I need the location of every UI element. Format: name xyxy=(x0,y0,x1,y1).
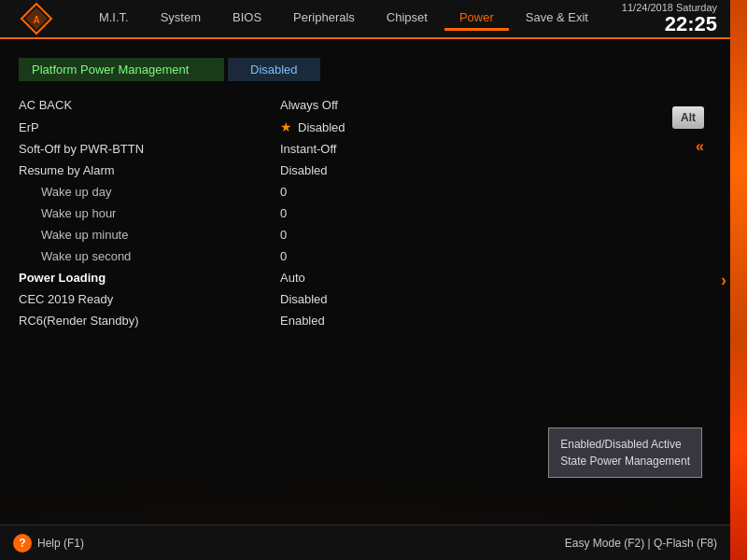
setting-row[interactable]: Soft-Off by PWR-BTTNInstant-Off xyxy=(19,138,712,160)
double-arrow-icon[interactable]: « xyxy=(696,138,704,155)
setting-value: 0 xyxy=(280,249,287,263)
setting-value: Auto xyxy=(280,271,305,285)
setting-name: Wake up day xyxy=(19,185,280,199)
tab-chipset[interactable]: Chipset xyxy=(372,7,443,31)
section-header: Platform Power Management Disabled xyxy=(19,58,712,81)
right-bar xyxy=(730,0,747,560)
setting-name: Wake up hour xyxy=(19,206,280,220)
alt-button[interactable]: Alt xyxy=(672,106,704,129)
setting-row[interactable]: Resume by AlarmDisabled xyxy=(19,160,712,181)
time-display: 22:25 xyxy=(622,13,717,35)
footer-help: ? Help (F1) xyxy=(13,534,84,553)
setting-name: Power Loading xyxy=(19,271,280,285)
setting-row[interactable]: RC6(Render Standby)Enabled xyxy=(19,310,712,331)
section-value: Disabled xyxy=(228,58,320,81)
tab-power[interactable]: Power xyxy=(444,7,509,31)
main-content: Platform Power Management Disabled AC BA… xyxy=(0,41,730,525)
setting-value: Instant-Off xyxy=(280,142,336,156)
setting-row[interactable]: ErP★Disabled xyxy=(19,116,712,138)
tab-save-exit[interactable]: Save & Exit xyxy=(511,7,603,31)
setting-value: 0 xyxy=(280,185,287,199)
setting-row[interactable]: AC BACKAlways Off xyxy=(19,94,712,116)
logo-area: A xyxy=(0,2,65,35)
tab-system[interactable]: System xyxy=(146,7,216,31)
setting-value: Always Off xyxy=(280,98,338,112)
help-label: Help (F1) xyxy=(37,537,84,550)
setting-value: Enabled xyxy=(280,314,325,328)
aorus-logo: A xyxy=(20,2,53,35)
setting-value: Disabled xyxy=(280,292,328,306)
chevron-right-icon[interactable]: › xyxy=(721,271,726,290)
nav-tabs: M.I.T. System BIOS Peripherals Chipset P… xyxy=(65,7,622,31)
setting-row[interactable]: CEC 2019 ReadyDisabled xyxy=(19,288,712,310)
setting-row[interactable]: Power LoadingAuto xyxy=(19,267,712,288)
info-line2: State Power Management xyxy=(560,455,690,468)
setting-name: Wake up second xyxy=(19,249,280,263)
header: A M.I.T. System BIOS Peripherals Chipset… xyxy=(0,0,730,39)
help-circle-icon: ? xyxy=(13,534,32,553)
datetime: 11/24/2018 Saturday 22:25 xyxy=(622,2,730,35)
footer: ? Help (F1) Easy Mode (F2) | Q-Flash (F8… xyxy=(0,525,730,560)
tab-bios[interactable]: BIOS xyxy=(218,7,276,31)
setting-name: ErP xyxy=(19,120,280,134)
tab-peripherals[interactable]: Peripherals xyxy=(278,7,370,31)
setting-value: ★Disabled xyxy=(280,119,345,134)
tab-mit[interactable]: M.I.T. xyxy=(84,7,144,31)
setting-row[interactable]: Wake up minute0 xyxy=(19,224,712,245)
info-line1: Enabled/Disabled Active xyxy=(560,438,681,451)
setting-name: Resume by Alarm xyxy=(19,163,280,177)
section-label: Platform Power Management xyxy=(19,58,224,81)
setting-row[interactable]: Wake up day0 xyxy=(19,181,712,203)
settings-area: AC BACKAlways OffErP★DisabledSoft-Off by… xyxy=(0,94,730,331)
setting-name: RC6(Render Standby) xyxy=(19,314,280,328)
footer-shortcuts: Easy Mode (F2) | Q-Flash (F8) xyxy=(565,537,717,550)
setting-name: Wake up minute xyxy=(19,228,280,242)
setting-name: Soft-Off by PWR-BTTN xyxy=(19,142,280,156)
setting-name: AC BACK xyxy=(19,98,280,112)
setting-value: 0 xyxy=(280,228,287,242)
setting-row[interactable]: Wake up hour0 xyxy=(19,203,712,224)
setting-value: Disabled xyxy=(280,163,328,177)
setting-value: 0 xyxy=(280,206,287,220)
star-icon: ★ xyxy=(280,119,292,134)
svg-text:A: A xyxy=(33,15,39,25)
info-box: Enabled/Disabled Active State Power Mana… xyxy=(548,427,702,478)
setting-name: CEC 2019 Ready xyxy=(19,292,280,306)
setting-row[interactable]: Wake up second0 xyxy=(19,245,712,267)
right-panel: Alt « xyxy=(672,106,704,155)
